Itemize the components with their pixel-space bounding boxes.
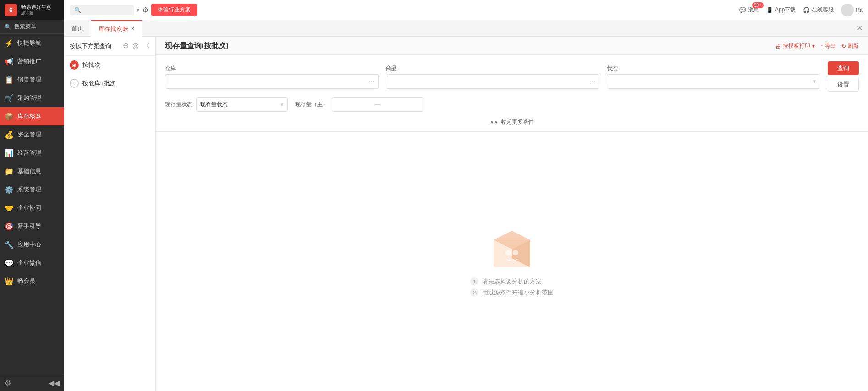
status-filter: 状态 ▾ [607, 65, 820, 89]
sidebar-item-basics[interactable]: 📁 基础信息 [0, 162, 64, 180]
sidebar-item-sales[interactable]: 📋 销售管理 [0, 71, 64, 89]
sidebar-item-wechat[interactable]: 💬 企业微信 [0, 254, 64, 272]
sidebar-search[interactable]: 🔍 搜索菜单 [0, 20, 64, 34]
sidebar-bottom: ⚙ ◀◀ [0, 375, 64, 391]
left-panel-actions: ⊕ ◎ 《 [123, 41, 150, 51]
print-template-btn[interactable]: 🖨 按模板打印 ▾ [775, 42, 815, 50]
collapse-sidebar-icon[interactable]: ◀◀ [49, 379, 60, 387]
marketing-icon: 📢 [5, 57, 14, 66]
sidebar-item-newbie[interactable]: 🎯 新手引导 [0, 217, 64, 235]
sidebar-item-quick-nav[interactable]: ⚡ 快捷导航 [0, 34, 64, 52]
user-avatar-area[interactable]: Rit [841, 4, 863, 16]
topbar-gear-icon[interactable]: ⚙ [142, 5, 148, 14]
filter-row-2: 现存量状态 现存量状态 ▾ 现存量（主） — [165, 97, 859, 112]
sidebar-item-label: 应用中心 [17, 240, 41, 249]
collapse-more-btn[interactable]: ∧∧ 收起更多条件 [165, 116, 859, 128]
avatar [841, 4, 854, 16]
sidebar-header: 6 畅康通好生意 标准版 [0, 0, 64, 20]
topbar-left: 🔍 ▾ ⚙ 体验行业方案 [70, 4, 736, 16]
warehouse-filter: 仓库 ··· [165, 65, 379, 89]
empty-tips: 1 请先选择要分析的方案 2 用过滤条件来缩小分析范围 [470, 277, 554, 297]
wechat-icon: 💬 [5, 258, 14, 267]
sidebar-nav: ⚡ 快捷导航 📢 营销推广 📋 销售管理 🛒 采购管理 📦 库存核算 💰 资金管… [0, 34, 64, 375]
refresh-icon: ↻ [841, 43, 846, 49]
sidebar-item-inventory[interactable]: 📦 库存核算 [0, 107, 64, 125]
product-input[interactable]: ··· [386, 74, 599, 89]
app-download-btn[interactable]: 📱 App下载 [766, 6, 796, 14]
app-logo: 6 [5, 4, 17, 16]
stock-qty-dash: — [375, 101, 380, 108]
status-input[interactable]: ▾ [607, 74, 820, 89]
collapse-label: 收起更多条件 [501, 118, 534, 126]
add-scheme-icon[interactable]: ⊕ [123, 41, 129, 51]
inventory-icon: 📦 [5, 112, 14, 121]
stock-qty-range[interactable]: — [332, 97, 423, 112]
sidebar-item-apps[interactable]: 🔧 应用中心 [0, 235, 64, 254]
sidebar-item-enterprise[interactable]: 🤝 企业协同 [0, 199, 64, 217]
tab-inventory-batch[interactable]: 库存批次账 × [91, 20, 142, 37]
apps-icon: 🔧 [5, 240, 14, 249]
empty-tip-1: 1 请先选择要分析的方案 [470, 277, 554, 286]
online-support-btn[interactable]: 🎧 在线客服 [803, 6, 834, 14]
stock-qty-label: 现存量（主） [295, 101, 328, 109]
member-icon: 👑 [5, 277, 14, 286]
empty-tip-2: 2 用过滤条件来缩小分析范围 [470, 288, 554, 297]
tabs-close-all-btn[interactable]: ✕ [853, 24, 866, 33]
tip1-text: 请先选择要分析的方案 [482, 277, 542, 286]
warehouse-more-icon[interactable]: ··· [369, 78, 374, 85]
topbar-dropdown-icon[interactable]: ▾ [137, 7, 139, 13]
stock-status-dropdown-icon[interactable]: ▾ [280, 101, 284, 108]
newbie-icon: 🎯 [5, 222, 14, 231]
topbar-search-icon: 🔍 [74, 7, 81, 13]
status-label: 状态 [607, 65, 820, 72]
left-panel-header: 按以下方案查询 ⊕ ◎ 《 [64, 37, 155, 56]
stock-qty-filter: 现存量（主） — [295, 97, 423, 112]
sidebar-item-label: 企业微信 [17, 259, 41, 267]
sidebar-item-finance[interactable]: 💰 资金管理 [0, 125, 64, 144]
message-btn[interactable]: 💬 消息 99+ [739, 6, 759, 14]
sidebar-item-label: 资金管理 [17, 130, 41, 139]
app-download-label: App下载 [775, 6, 796, 14]
product-more-icon[interactable]: ··· [590, 78, 595, 85]
svg-point-4 [513, 250, 518, 255]
sidebar-item-purchase[interactable]: 🛒 采购管理 [0, 89, 64, 107]
message-icon: 💬 [739, 7, 746, 13]
sidebar-item-label: 系统管理 [17, 185, 41, 194]
stock-status-select[interactable]: 现存量状态 ▾ [196, 97, 288, 112]
print-dropdown-icon[interactable]: ▾ [812, 43, 815, 49]
page-title: 现存量查询(按批次) [165, 41, 229, 51]
export-icon: ↑ [820, 43, 823, 49]
query-button[interactable]: 查询 [828, 61, 859, 75]
sidebar-item-marketing[interactable]: 📢 营销推广 [0, 52, 64, 71]
sidebar-item-label: 销售管理 [17, 76, 41, 84]
sidebar-item-system[interactable]: ⚙️ 系统管理 [0, 180, 64, 199]
scheme-item-warehouse-batch[interactable]: ○ 按仓库+批次 [64, 74, 155, 92]
tab-close-icon[interactable]: × [131, 26, 134, 32]
left-panel-title: 按以下方案查询 [70, 42, 111, 50]
right-panel: 现存量查询(按批次) 🖨 按模板打印 ▾ ↑ 导出 ↻ 刷新 [156, 37, 868, 391]
export-btn[interactable]: ↑ 导出 [820, 42, 836, 50]
warehouse-label: 仓库 [165, 65, 379, 72]
print-label: 按模板打印 [783, 42, 810, 50]
collapse-panel-icon[interactable]: 《 [143, 41, 150, 51]
sidebar-item-operation[interactable]: 📊 经营管理 [0, 144, 64, 162]
tab-home[interactable]: 首页 [64, 20, 91, 37]
sidebar-item-label: 快捷导航 [17, 39, 41, 47]
settings-scheme-icon[interactable]: ◎ [132, 41, 139, 51]
settings-button[interactable]: 设置 [828, 78, 859, 92]
app-download-icon: 📱 [766, 7, 773, 13]
settings-icon[interactable]: ⚙ [5, 379, 11, 387]
stock-status-filter: 现存量状态 现存量状态 ▾ [165, 97, 288, 112]
tip2-text: 用过滤条件来缩小分析范围 [482, 288, 554, 297]
topbar-right: 💬 消息 99+ 📱 App下载 🎧 在线客服 Rit [739, 4, 863, 16]
filter-action-buttons: 查询 设置 [828, 61, 859, 92]
page-title-bar: 现存量查询(按批次) 🖨 按模板打印 ▾ ↑ 导出 ↻ 刷新 [156, 37, 868, 55]
sidebar-item-member[interactable]: 👑 畅会员 [0, 272, 64, 290]
trial-btn[interactable]: 体验行业方案 [151, 4, 197, 16]
topbar-search[interactable]: 🔍 [70, 5, 134, 15]
export-label: 导出 [825, 42, 836, 50]
status-dropdown-icon[interactable]: ▾ [813, 78, 816, 85]
scheme-item-batch[interactable]: ◉ 按批次 [64, 56, 155, 74]
warehouse-input[interactable]: ··· [165, 74, 379, 89]
refresh-btn[interactable]: ↻ 刷新 [841, 42, 859, 50]
